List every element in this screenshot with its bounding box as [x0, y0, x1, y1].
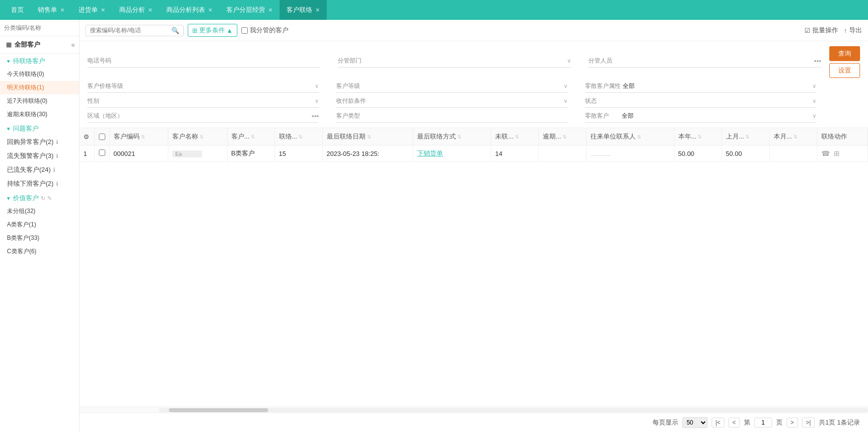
gender-chevron[interactable]: ∨	[315, 98, 319, 104]
search-input[interactable]	[90, 27, 169, 34]
nav-analysis-close[interactable]: ✕	[148, 7, 152, 13]
more-filter-btn[interactable]: ⊞ 更多条件 ▲	[188, 24, 237, 37]
collapse-icon[interactable]: «	[71, 41, 75, 49]
batch-btn[interactable]: ☑ 批量操作	[804, 26, 838, 35]
check-icon: ☑	[804, 27, 810, 34]
payment-chevron[interactable]: ∨	[564, 98, 568, 104]
region-dots[interactable]: •••	[312, 112, 319, 120]
customer-level-chevron[interactable]: ∨	[564, 83, 568, 89]
sort-type[interactable]: ⇅	[251, 134, 255, 140]
sort-method[interactable]: ⇅	[457, 134, 461, 140]
nav-sales[interactable]: 销售单 ✕	[31, 0, 72, 20]
sidebar-group-value[interactable]: ▼ 价值客户 ↻ ✎	[0, 191, 79, 205]
first-page-btn[interactable]: |<	[712, 418, 724, 428]
export-btn[interactable]: ↑ 导出	[844, 26, 863, 35]
sidebar-item-class-c[interactable]: C类客户(6)	[0, 245, 79, 258]
manager-dots[interactable]: •••	[814, 57, 821, 65]
sidebar-search-input[interactable]	[4, 24, 78, 31]
filter-status: 状态 ∨	[585, 97, 816, 108]
my-customers-checkbox[interactable]: 我分管的客户	[241, 26, 289, 35]
td-action: ☎ ⊞	[817, 145, 868, 162]
sidebar-item-7days[interactable]: 近7天待联络(0)	[0, 94, 79, 108]
sidebar-item-ungrouped[interactable]: 未分组(32)	[0, 205, 79, 218]
dept-chevron[interactable]: ∨	[567, 58, 571, 64]
sort-this-year[interactable]: ⇅	[698, 134, 702, 140]
nav-sales-close[interactable]: ✕	[60, 7, 65, 13]
region-input[interactable]	[123, 113, 312, 120]
gender-input[interactable]	[122, 98, 315, 105]
sidebar-item-class-b[interactable]: B类客户(33)	[0, 231, 79, 245]
td-last-method[interactable]: 下销货单	[413, 145, 491, 162]
grid-action-icon[interactable]: ⊞	[834, 149, 840, 157]
phone-input[interactable]	[122, 58, 320, 65]
th-this-month: 本月...⇅	[769, 128, 817, 145]
nav-analysis-list[interactable]: 商品分析列表 ✕	[159, 0, 219, 20]
manager-input[interactable]	[623, 58, 814, 65]
page-number-input[interactable]	[754, 418, 772, 428]
sort-date[interactable]: ⇅	[367, 134, 371, 140]
td-type: B类客户	[227, 145, 275, 162]
nav-analysis[interactable]: 商品分析 ✕	[112, 0, 159, 20]
sidebar-item-declining[interactable]: 持续下滑客户(2) ℹ	[0, 177, 79, 191]
retail-attr-chevron[interactable]: ∨	[812, 83, 816, 89]
nav-home[interactable]: 首页	[4, 0, 31, 20]
my-customers-check[interactable]	[241, 27, 248, 34]
hscroll-thumb[interactable]	[169, 408, 268, 412]
row-checkbox[interactable]	[99, 149, 105, 156]
nav-purchase-close[interactable]: ✕	[101, 7, 105, 13]
nav-purchase[interactable]: 进货单 ✕	[72, 0, 112, 20]
sidebar-group-problem[interactable]: ▼ 问题客户	[0, 121, 79, 135]
next-page-btn[interactable]: >	[787, 418, 798, 428]
sort-this-month[interactable]: ⇅	[794, 134, 797, 140]
filter-retail-attr: 零散客户属性 全部 ∨	[585, 82, 816, 93]
query-button[interactable]: 查询	[829, 46, 860, 61]
td-checkbox[interactable]	[94, 145, 109, 162]
sidebar-item-today[interactable]: 今天待联络(0)	[0, 68, 79, 81]
payment-input[interactable]	[371, 98, 564, 105]
th-settings[interactable]: ⚙	[79, 128, 94, 145]
sort-overdue[interactable]: ⇅	[563, 134, 567, 140]
sort-last-month[interactable]: ⇅	[745, 134, 749, 140]
table-header-row: ⚙ 客户编码⇅ 客户名称⇅ 客户...⇅ 联络...⇅ 最后联络日期⇅ 最后联络…	[79, 128, 868, 145]
sort-name[interactable]: ⇅	[200, 134, 204, 140]
th-last-month: 上月...⇅	[722, 128, 769, 145]
nav-customer-tier-close[interactable]: ✕	[268, 7, 273, 13]
sidebar-item-churned[interactable]: 已流失客户(24) ℹ	[0, 163, 79, 177]
th-checkbox[interactable]	[94, 128, 109, 145]
price-level-chevron[interactable]: ∨	[315, 83, 319, 89]
status-input[interactable]	[620, 98, 812, 105]
search-icon[interactable]: 🔍	[171, 27, 179, 34]
last-method-link[interactable]: 下销货单	[417, 149, 443, 157]
nav-customer-contact[interactable]: 客户联络 ✕	[280, 0, 327, 20]
sidebar-item-class-a[interactable]: A类客户(1)	[0, 218, 79, 231]
td-no-contact: 14	[491, 145, 539, 162]
select-all-checkbox[interactable]	[99, 134, 105, 140]
retail-customer-chevron[interactable]: ∨	[812, 113, 816, 119]
set-button[interactable]: 设置	[829, 63, 860, 78]
triangle-icon3: ▼	[6, 196, 11, 201]
customer-level-input[interactable]	[371, 83, 564, 90]
price-level-input[interactable]	[123, 83, 315, 90]
phone-action-icon[interactable]: ☎	[821, 149, 830, 157]
edit-icon[interactable]: ✎	[47, 195, 52, 202]
prev-page-btn[interactable]: <	[728, 418, 740, 428]
sort-no-contact[interactable]: ⇅	[515, 134, 519, 140]
nav-customer-tier[interactable]: 客户分层经营 ✕	[219, 0, 280, 20]
sort-contacts[interactable]: ⇅	[637, 134, 641, 140]
per-page-select[interactable]: 50 100 200	[682, 417, 708, 428]
status-chevron[interactable]: ∨	[812, 98, 816, 104]
nav-analysis-list-close[interactable]: ✕	[208, 7, 213, 13]
sort-contact[interactable]: ⇅	[298, 134, 302, 140]
sort-code[interactable]: ⇅	[141, 134, 145, 140]
refresh-icon[interactable]: ↻	[41, 195, 45, 202]
sidebar-all-customers[interactable]: ▦ 全部客户 «	[0, 36, 79, 54]
sidebar-item-abnormal[interactable]: 回购异常客户(2) ℹ	[0, 135, 79, 149]
customer-type-input[interactable]	[371, 113, 568, 120]
sidebar-item-churn-warn[interactable]: 流失预警客户(3) ℹ	[0, 149, 79, 163]
dept-input[interactable]	[372, 58, 567, 65]
sidebar-item-overdue[interactable]: 逾期未联络(30)	[0, 108, 79, 121]
last-page-btn[interactable]: >|	[802, 418, 815, 428]
sidebar-group-pending[interactable]: ▼ 待联络客户	[0, 54, 79, 68]
nav-customer-contact-close[interactable]: ✕	[315, 7, 320, 13]
sidebar-item-tomorrow[interactable]: 明天待联络(1)	[0, 81, 79, 94]
